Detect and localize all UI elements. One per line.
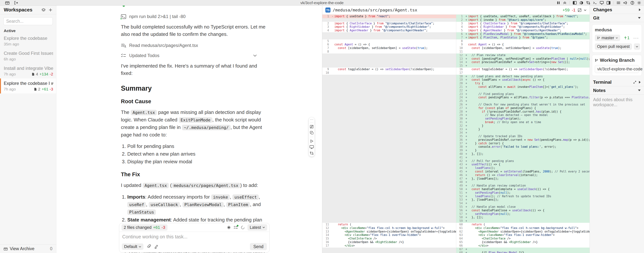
line-number: 65 xyxy=(456,240,464,244)
line-number xyxy=(322,128,331,131)
inline-code: PlanReviewModal xyxy=(182,202,224,208)
files-changed-chip[interactable]: 2 files changed +61 -3 xyxy=(122,224,168,231)
diff-stats: 4+134-2 xyxy=(32,72,53,76)
drag-handle-icon[interactable] xyxy=(310,119,313,120)
line-number: 28 xyxy=(456,110,464,114)
line-number: 11 xyxy=(322,223,331,226)
diff-sign: + xyxy=(464,131,468,134)
pen-icon[interactable] xyxy=(154,244,159,249)
line-number xyxy=(322,166,331,170)
notes-placeholder[interactable]: Add notes about this workspace... xyxy=(590,94,644,110)
monitor-icon[interactable] xyxy=(310,145,314,149)
latest-dropdown[interactable]: Latest xyxy=(248,224,267,231)
search-input[interactable] xyxy=(4,17,53,25)
diff-sign: + xyxy=(464,170,468,174)
working-branch-label: Working Branch xyxy=(600,58,634,63)
workspace-item[interactable]: Create Good First Issues on Github So p6… xyxy=(0,48,56,64)
mode-label: Default xyxy=(124,244,137,249)
code-line: }, [loadPlans]); xyxy=(468,198,499,202)
list-item: Poll for pending plans xyxy=(127,143,268,150)
pr-options-dropdown[interactable] xyxy=(634,43,640,50)
workspace-item[interactable]: Install and integrate Vibe Kanban Web C7… xyxy=(0,64,56,78)
inline-code: ~/.medusa/pending/ xyxy=(182,125,230,130)
code-line: <div className="flex flex-1 overflow-hid… xyxy=(334,233,421,237)
code-line: <AgentHeader sidebarOpen={sidebarOpen} o… xyxy=(334,230,456,234)
chat-panel: npm run build 2>&1 | tail -80The build c… xyxy=(56,6,322,253)
diff-sign xyxy=(331,198,334,202)
tool-call-row[interactable]: npm run build 2>&1 | tail -80 xyxy=(121,14,268,19)
right-panel-icon[interactable] xyxy=(607,1,610,4)
diff-content: 1-import { useState } from "react";1+imp… xyxy=(322,15,590,253)
line-number xyxy=(322,106,331,110)
line-number: 66 xyxy=(456,244,464,248)
line-number: 50 xyxy=(456,188,464,191)
diff-sign: + xyxy=(464,92,468,96)
diff-sign xyxy=(464,237,468,240)
changes-section-header[interactable]: Changes xyxy=(590,6,644,14)
workspace-title: Install and integrate Vibe Kanban Web C xyxy=(4,66,53,71)
assistant-paragraph: The Agent.tsx page was missing all plan … xyxy=(121,109,268,138)
code-line: import { PlanReviewModal } from "@/compo… xyxy=(468,32,587,36)
collapse-file-icon[interactable] xyxy=(584,9,586,11)
send-button[interactable]: Send xyxy=(250,243,267,250)
diff-sign xyxy=(331,159,334,163)
message-input[interactable] xyxy=(122,234,266,241)
open-pull-request-button[interactable]: Open pull request xyxy=(595,43,632,50)
code-line: } xyxy=(468,128,480,131)
expand-icon[interactable] xyxy=(633,81,636,84)
left-panel-icon[interactable] xyxy=(573,1,576,4)
file-icon xyxy=(32,73,34,76)
diff-sign xyxy=(331,131,334,134)
notes-section-header[interactable]: Notes xyxy=(590,86,644,94)
tool-call-row[interactable]: Read medusa/src/pages/Agent.tsx xyxy=(121,43,268,48)
settings-gear-icon[interactable] xyxy=(637,1,641,5)
diff-sign xyxy=(331,89,334,92)
workspace-item[interactable]: Explore the codebase35m ago xyxy=(0,34,56,48)
changes-label: Changes xyxy=(593,7,612,12)
diff-sign xyxy=(464,22,468,25)
diff-sign xyxy=(331,82,334,85)
todo-list-icon[interactable] xyxy=(234,226,238,230)
removed-count: -3 xyxy=(162,225,165,230)
chat-panel-icon[interactable] xyxy=(580,1,583,4)
view-archive-button[interactable]: View Archive 0 xyxy=(0,244,56,253)
text: , xyxy=(230,194,232,200)
terminal-icon[interactable] xyxy=(593,1,597,4)
megaphone-icon[interactable] xyxy=(623,1,628,4)
collapse-all-icon[interactable] xyxy=(563,1,567,4)
add-workspace-icon[interactable] xyxy=(49,8,52,12)
mode-dropdown[interactable]: Default xyxy=(122,244,144,250)
spark-icon[interactable] xyxy=(227,226,231,230)
play-icon[interactable] xyxy=(310,139,314,143)
diff-sign xyxy=(331,166,334,170)
attach-icon[interactable] xyxy=(147,244,151,249)
diff-sign: + xyxy=(464,159,468,163)
layers-icon[interactable] xyxy=(42,8,46,12)
code-line: import { PlanItem, PlanStatus } from "@/… xyxy=(468,36,548,40)
help-icon[interactable] xyxy=(630,1,634,5)
line-number: 57 xyxy=(456,212,464,216)
split-view-icon[interactable] xyxy=(578,8,582,12)
git-compare-icon[interactable] xyxy=(310,151,314,155)
copy-icon[interactable] xyxy=(310,131,314,134)
diff-row: 14 <div className="flex flex-1 overflow-… xyxy=(322,233,590,237)
terminal-section-header[interactable]: Terminal xyxy=(590,78,644,86)
monitor-icon[interactable] xyxy=(600,1,604,4)
inline-code: useCallback xyxy=(149,202,180,208)
diff-sign xyxy=(331,212,334,216)
chevron-down-icon[interactable] xyxy=(253,54,257,57)
added-count: +61 xyxy=(153,225,160,230)
working-branch-input[interactable] xyxy=(597,67,644,72)
line-number: 67 xyxy=(456,248,464,251)
tool-call-row[interactable]: Updated Todos xyxy=(121,53,268,58)
workspace-item[interactable]: Explore the codebase I want you to expl7… xyxy=(0,78,56,94)
line-number: 15 xyxy=(322,237,331,240)
branch-dropdown[interactable]: master xyxy=(595,35,620,41)
disable-format-icon[interactable] xyxy=(310,125,314,128)
menu-icon[interactable] xyxy=(616,1,620,4)
commits-ahead[interactable]: 1 xyxy=(624,36,630,40)
git-compare-icon[interactable] xyxy=(586,1,590,4)
more-options-icon[interactable]: ··· xyxy=(633,35,639,40)
git-section-header[interactable]: Git xyxy=(590,14,644,22)
pause-icon[interactable] xyxy=(557,1,560,4)
